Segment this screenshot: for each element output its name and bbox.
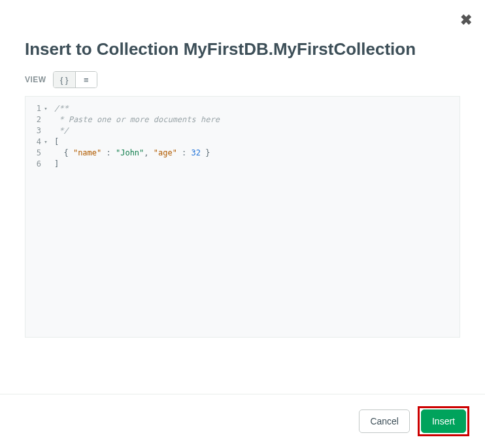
dialog-title: Insert to Collection MyFirstDB.MyFirstCo… (25, 39, 460, 59)
view-list-button[interactable]: ≡ (75, 72, 97, 88)
code-bracket: [ (54, 137, 59, 146)
view-json-button[interactable]: { } (54, 72, 75, 88)
cancel-button[interactable]: Cancel (359, 409, 410, 433)
line-number: 3 (31, 125, 41, 136)
code-punct: : (177, 148, 192, 157)
code-number: 32 (192, 148, 201, 157)
line-number: 6 (31, 159, 41, 170)
code-editor[interactable]: 1▾ 2 3 4▾ 5 6 /** * Paste one or more do… (25, 96, 460, 338)
line-number: 5 (31, 148, 41, 159)
line-number: 2 (31, 114, 41, 125)
view-label: VIEW (25, 75, 46, 84)
braces-icon: { } (60, 75, 68, 85)
code-key: "age" (154, 148, 177, 157)
close-icon[interactable]: ✖ (460, 13, 472, 27)
editor-gutter: 1▾ 2 3 4▾ 5 6 (25, 97, 50, 337)
dialog-footer: Cancel Insert (0, 394, 485, 448)
insert-highlight: Insert (418, 406, 469, 436)
code-comment: /** (54, 104, 69, 113)
fold-icon[interactable]: ▾ (41, 103, 50, 114)
code-punct: { (54, 148, 73, 157)
code-comment: * Paste one or more documents here (54, 115, 220, 124)
line-number: 1 (31, 103, 41, 114)
code-string: "John" (116, 148, 144, 157)
insert-button[interactable]: Insert (421, 409, 466, 433)
editor-content[interactable]: /** * Paste one or more documents here *… (50, 97, 224, 337)
code-comment: */ (54, 126, 69, 135)
view-toggle: { } ≡ (53, 71, 97, 88)
code-punct: , (144, 148, 153, 157)
code-key: "name" (73, 148, 101, 157)
code-punct: } (201, 148, 210, 157)
code-bracket: ] (54, 159, 59, 168)
line-number: 4 (31, 136, 41, 148)
fold-icon[interactable]: ▾ (41, 136, 50, 148)
list-icon: ≡ (84, 75, 89, 85)
code-punct: : (101, 148, 116, 157)
